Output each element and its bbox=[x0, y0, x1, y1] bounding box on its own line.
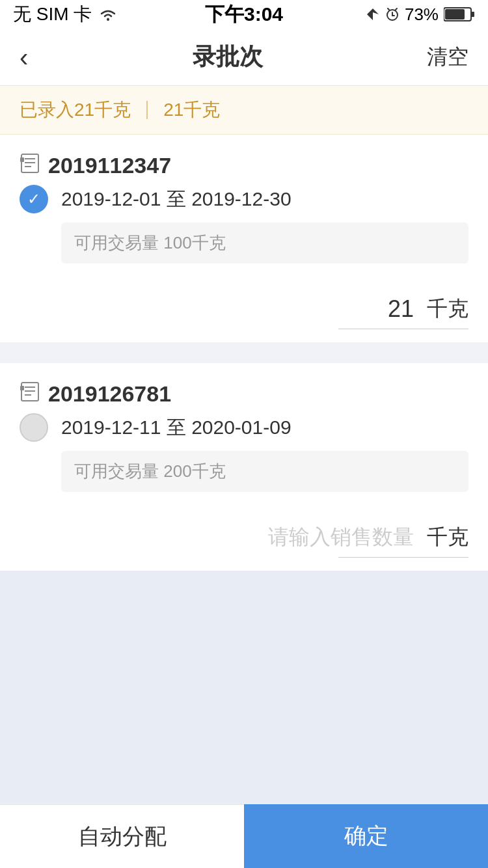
nav-bar: ‹ 录批次 清空 bbox=[0, 29, 488, 86]
svg-point-0 bbox=[107, 18, 109, 21]
batch-2-availability: 可用交易量 200千克 bbox=[61, 451, 468, 492]
page-title: 录批次 bbox=[193, 41, 263, 73]
batch-1-unit: 千克 bbox=[427, 295, 468, 323]
location-icon bbox=[366, 7, 380, 21]
batch-2-check-row[interactable]: 2019-12-11 至 2020-01-09 bbox=[20, 413, 468, 442]
batch-item-2: 2019126781 2019-12-11 至 2020-01-09 可用交易量… bbox=[0, 363, 488, 571]
bottom-buttons: 自动分配 确定 bbox=[0, 804, 488, 868]
status-time: 下午3:04 bbox=[205, 1, 283, 28]
svg-rect-8 bbox=[445, 9, 465, 20]
batch-2-unit: 千克 bbox=[427, 523, 468, 552]
batch-2-date: 2019-12-11 至 2020-01-09 bbox=[61, 414, 291, 441]
svg-rect-13 bbox=[20, 157, 24, 162]
batch-2-id: 2019126781 bbox=[48, 381, 171, 407]
svg-line-5 bbox=[396, 8, 397, 10]
batch-1-id: 2019112347 bbox=[48, 153, 171, 178]
carrier-text: 无 SIM 卡 bbox=[13, 2, 92, 27]
batch-2-icon bbox=[20, 381, 40, 407]
batch-item-1: 2019112347 ✓ 2019-12-01 至 2019-12-30 可用交… bbox=[0, 135, 488, 342]
batch-2-input-placeholder[interactable]: 请输入销售数量 bbox=[20, 523, 414, 552]
batch-1-icon bbox=[20, 153, 40, 178]
battery-percent: 73% bbox=[405, 5, 439, 25]
batch-2-checkbox[interactable] bbox=[20, 413, 48, 442]
confirm-button[interactable]: 确定 bbox=[244, 804, 488, 868]
svg-rect-18 bbox=[20, 386, 24, 390]
batch-1-date: 2019-12-01 至 2019-12-30 bbox=[61, 186, 291, 213]
batch-2-header: 2019126781 bbox=[20, 381, 468, 407]
wifi-icon bbox=[98, 7, 118, 21]
batch-1-header: 2019112347 bbox=[20, 153, 468, 178]
summary-divider bbox=[146, 101, 148, 119]
batch-1-checkbox[interactable]: ✓ bbox=[20, 185, 48, 213]
batch-1-availability: 可用交易量 100千克 bbox=[61, 223, 468, 264]
status-bar: 无 SIM 卡 下午3:04 73% bbox=[0, 0, 488, 29]
clear-button[interactable]: 清空 bbox=[427, 43, 468, 72]
check-mark-icon: ✓ bbox=[27, 190, 40, 208]
batch-2-quantity-row: 请输入销售数量 千克 bbox=[0, 510, 488, 552]
batch-1-check-row[interactable]: ✓ 2019-12-01 至 2019-12-30 bbox=[20, 185, 468, 213]
battery-icon bbox=[444, 7, 475, 22]
status-carrier: 无 SIM 卡 bbox=[13, 2, 118, 27]
summary-banner: 已录入21千克 21千克 bbox=[0, 86, 488, 135]
back-button[interactable]: ‹ bbox=[20, 44, 28, 70]
gap-1 bbox=[0, 342, 488, 353]
batch-1-quantity-row: 21 千克 bbox=[0, 282, 488, 323]
svg-line-4 bbox=[388, 8, 389, 10]
auto-distribute-button[interactable]: 自动分配 bbox=[0, 804, 244, 868]
batch-1-quantity-value[interactable]: 21 bbox=[362, 295, 414, 323]
alarm-icon bbox=[385, 7, 400, 21]
summary-entered-label: 已录入21千克 bbox=[20, 98, 131, 122]
svg-rect-7 bbox=[471, 12, 474, 17]
summary-value: 21千克 bbox=[163, 98, 220, 122]
status-right-area: 73% bbox=[366, 5, 475, 25]
